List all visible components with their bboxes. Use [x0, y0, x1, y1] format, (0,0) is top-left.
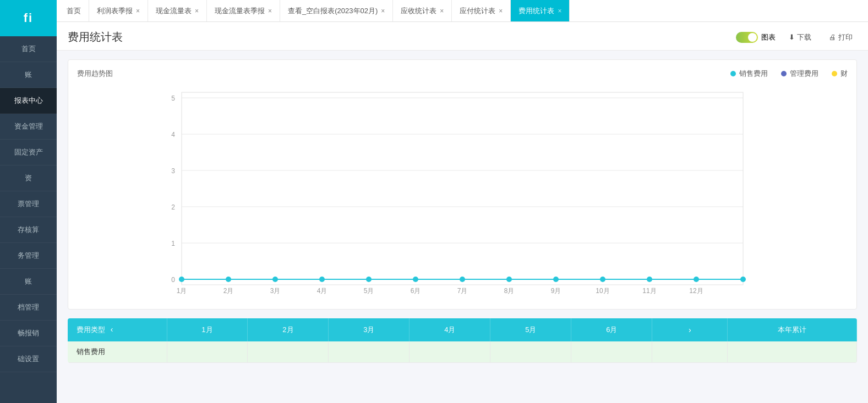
- legend-label-sales: 销售费用: [739, 69, 768, 79]
- chart-toggle[interactable]: [736, 32, 758, 43]
- page-title: 费用统计表: [68, 30, 123, 45]
- download-button[interactable]: ⬇ 下载: [784, 30, 816, 45]
- tab-cashflow[interactable]: 现金流量表 ×: [148, 0, 207, 22]
- expense-type-label: 销售费用: [68, 341, 167, 363]
- sidebar-item-home[interactable]: 首页: [0, 36, 57, 62]
- print-button[interactable]: 🖨 打印: [825, 30, 857, 45]
- svg-text:6月: 6月: [411, 287, 421, 295]
- cell-ytd: [728, 341, 857, 363]
- print-label: 打印: [838, 32, 853, 42]
- svg-text:3: 3: [171, 167, 175, 175]
- col-expense-type: 费用类型 ‹: [68, 318, 167, 341]
- svg-point-15: [272, 277, 278, 282]
- sidebar-item-inventory[interactable]: 存核算: [0, 217, 57, 243]
- sidebar-item-settings[interactable]: 础设置: [0, 346, 57, 372]
- next-arrow[interactable]: ›: [685, 325, 695, 334]
- close-icon[interactable]: ×: [268, 7, 272, 15]
- page-header: 费用统计表 图表 ⬇ 下载 🖨 打印: [57, 22, 868, 51]
- svg-point-22: [600, 277, 605, 282]
- download-label: 下载: [797, 32, 811, 42]
- svg-text:12月: 12月: [689, 287, 703, 295]
- svg-point-14: [226, 277, 231, 282]
- svg-point-23: [647, 277, 652, 282]
- chart-container: 5 4 3 2 1 0: [77, 84, 848, 300]
- svg-text:2月: 2月: [223, 287, 234, 295]
- svg-text:5: 5: [171, 95, 175, 102]
- svg-text:11月: 11月: [642, 287, 656, 295]
- tab-profit-quarterly[interactable]: 利润表季报 ×: [89, 0, 148, 22]
- sidebar-item-assets[interactable]: 固定资产: [0, 140, 57, 165]
- svg-text:2: 2: [171, 203, 175, 211]
- svg-point-18: [413, 277, 418, 282]
- tab-blank-report[interactable]: 查看_空白报表(2023年02月) ×: [280, 0, 393, 22]
- cell-may: [490, 341, 571, 363]
- download-icon: ⬇: [789, 33, 795, 41]
- cell-jun: [571, 341, 652, 363]
- sidebar-item-service[interactable]: 务管理: [0, 243, 57, 269]
- svg-point-21: [553, 277, 559, 282]
- svg-point-20: [506, 277, 512, 282]
- close-icon[interactable]: ×: [136, 7, 140, 15]
- close-icon[interactable]: ×: [440, 7, 444, 15]
- svg-text:4月: 4月: [317, 287, 327, 295]
- legend-dot-admin: [781, 71, 787, 76]
- prev-arrow[interactable]: ‹: [107, 325, 117, 334]
- chart-header: 费用趋势图 销售费用 管理费用 财: [77, 69, 848, 79]
- legend-dot-sales: [730, 71, 736, 76]
- legend-dot-finance: [832, 71, 837, 76]
- svg-text:8月: 8月: [504, 287, 515, 295]
- chart-toggle-wrap: 图表: [736, 32, 776, 43]
- tab-expense-stats[interactable]: 费用统计表 ×: [511, 0, 570, 22]
- table-row: 销售费用: [68, 341, 857, 363]
- svg-rect-12: [182, 92, 743, 285]
- col-next-arrow[interactable]: ›: [652, 318, 728, 341]
- svg-point-17: [366, 277, 372, 282]
- main-area: 首页 利润表季报 × 现金流量表 × 现金流量表季报 × 查看_空白报表(202…: [57, 0, 868, 403]
- col-feb: 2月: [248, 318, 329, 341]
- sidebar-logo: fi: [0, 0, 57, 36]
- tab-cashflow-quarterly[interactable]: 现金流量表季报 ×: [207, 0, 280, 22]
- col-mar: 3月: [329, 318, 410, 341]
- chart-section: 费用趋势图 销售费用 管理费用 财: [68, 59, 857, 310]
- legend-admin: 管理费用: [781, 69, 818, 79]
- col-apr: 4月: [410, 318, 490, 341]
- expense-table: 费用类型 ‹ 1月 2月 3月 4月 5月 6月 › 本年累计: [68, 318, 857, 363]
- close-icon[interactable]: ×: [558, 7, 561, 15]
- sidebar: fi 首页 账 报表中心 资金管理 固定资产 资 票管理 存核算 务管理 账 档…: [0, 0, 57, 403]
- sidebar-item-expense[interactable]: 畅报销: [0, 321, 57, 346]
- svg-text:1月: 1月: [177, 287, 187, 295]
- cell-mar: [329, 341, 410, 363]
- cell-apr: [410, 341, 490, 363]
- sidebar-item-capital[interactable]: 资: [0, 165, 57, 191]
- sidebar-item-account[interactable]: 账: [0, 62, 57, 88]
- table-header-row: 费用类型 ‹ 1月 2月 3月 4月 5月 6月 › 本年累计: [68, 318, 857, 341]
- cell-feb: [248, 341, 329, 363]
- cell-jan: [167, 341, 248, 363]
- svg-text:0: 0: [171, 276, 175, 284]
- tab-home[interactable]: 首页: [59, 0, 89, 22]
- header-actions: 图表 ⬇ 下载 🖨 打印: [736, 30, 857, 45]
- svg-text:7月: 7月: [457, 287, 468, 295]
- legend-sales: 销售费用: [730, 69, 768, 79]
- legend-label-finance: 财: [840, 69, 848, 79]
- trend-chart: 5 4 3 2 1 0: [77, 84, 848, 299]
- close-icon[interactable]: ×: [195, 7, 199, 15]
- close-icon[interactable]: ×: [499, 7, 503, 15]
- tab-payable[interactable]: 应付统计表 ×: [452, 0, 511, 22]
- col-ytd: 本年累计: [728, 318, 857, 341]
- sidebar-item-funds[interactable]: 资金管理: [0, 114, 57, 140]
- svg-text:5月: 5月: [364, 287, 374, 295]
- svg-text:1: 1: [171, 240, 175, 247]
- sidebar-item-ledger[interactable]: 账: [0, 269, 57, 295]
- col-may: 5月: [490, 318, 571, 341]
- close-icon[interactable]: ×: [381, 7, 385, 15]
- sidebar-item-reports[interactable]: 报表中心: [0, 88, 57, 114]
- tab-receivable[interactable]: 应收统计表 ×: [393, 0, 452, 22]
- sidebar-item-invoice[interactable]: 票管理: [0, 191, 57, 217]
- svg-point-24: [694, 277, 699, 282]
- legend-label-admin: 管理费用: [790, 69, 818, 79]
- chart-toggle-label: 图表: [761, 32, 776, 42]
- sidebar-item-archive[interactable]: 档管理: [0, 295, 57, 321]
- legend-finance: 财: [832, 69, 848, 79]
- col-jun: 6月: [571, 318, 652, 341]
